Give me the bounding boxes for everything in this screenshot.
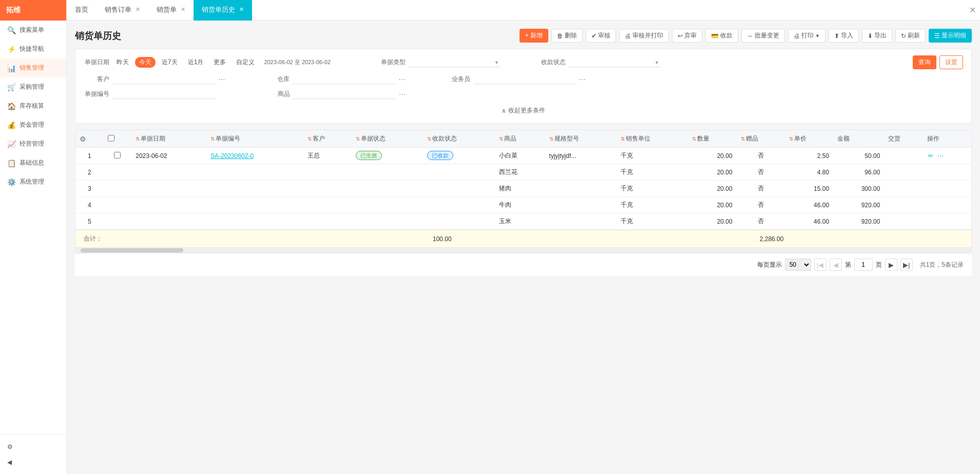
doc-no-input[interactable] <box>112 89 215 99</box>
sidebar-item-quick-nav[interactable]: ⚡ 快捷导航 <box>0 40 66 58</box>
horizontal-scrollbar[interactable] <box>75 247 971 252</box>
th-doc-date[interactable]: ⇅单据日期 <box>131 130 206 148</box>
th-customer[interactable]: ⇅客户 <box>303 130 352 148</box>
date-tab-today[interactable]: 今天 <box>135 57 156 68</box>
delete-icon: 🗑 <box>557 32 563 40</box>
more-action-btn[interactable]: ⋯ <box>936 152 945 160</box>
td-doc-no: SA-20230602-0 <box>206 148 303 164</box>
select-all-checkbox[interactable] <box>108 135 114 142</box>
date-tab-7days[interactable]: 近7天 <box>158 57 182 68</box>
collapse-btn[interactable]: ∧ 收起更多条件 <box>84 104 963 117</box>
import-button[interactable]: ⬆ 导入 <box>829 29 859 43</box>
th-payment-status[interactable]: ⇅收款状态 <box>423 130 494 148</box>
th-spec[interactable]: ⇅规格型号 <box>545 130 617 148</box>
th-qty[interactable]: ⇅数量 <box>688 130 736 148</box>
td-unit-price: 46.00 <box>785 213 833 230</box>
td-doc-date <box>131 213 206 230</box>
warehouse-filter-group: 仓库 ··· <box>264 74 405 84</box>
th-unit[interactable]: ⇅销售单位 <box>617 130 688 148</box>
row-checkbox[interactable] <box>114 152 121 159</box>
scrollbar-thumb[interactable] <box>81 248 183 252</box>
print-button[interactable]: 🖨 打印 ▼ <box>788 29 825 43</box>
sort-icon: ⇅ <box>741 136 745 142</box>
doc-type-select-wrapper <box>409 57 501 67</box>
doc-type-select[interactable] <box>409 57 501 67</box>
product-input[interactable] <box>293 89 396 99</box>
warehouse-dots[interactable]: ··· <box>398 75 405 84</box>
doc-no-link[interactable]: SA-20230602-0 <box>210 152 254 160</box>
sidebar: 拓维 🔍 搜索菜单 ⚡ 快捷导航 📊 销售管理 🛒 采购管理 🏠 库存核算 💰 … <box>0 0 67 474</box>
tab-sales-order-close[interactable]: ✕ <box>136 6 140 13</box>
collect-button[interactable]: 💳 收款 <box>705 29 738 43</box>
salesperson-dots[interactable]: ··· <box>579 75 586 84</box>
th-unit-price[interactable]: ⇅单价 <box>785 130 833 148</box>
first-page-btn[interactable]: |◀ <box>814 259 827 271</box>
tab-home[interactable]: 首页 <box>67 0 97 21</box>
tab-sales-order[interactable]: 销售订单 ✕ <box>97 0 148 21</box>
sidebar-item-finance[interactable]: 💰 资金管理 <box>0 115 66 134</box>
table-row: 4 牛肉 千克 20.00 否 46.00 920.00 <box>75 197 971 213</box>
prev-page-btn[interactable]: ◀ <box>830 259 842 271</box>
warehouse-input[interactable] <box>293 74 395 84</box>
quick-nav-icon: ⚡ <box>7 45 15 53</box>
settings-button[interactable]: 设置 <box>939 55 963 69</box>
delete-button[interactable]: 🗑 删除 <box>551 29 583 43</box>
date-filter-label: 单据日期 <box>84 58 109 67</box>
new-button[interactable]: + 新增 <box>520 29 548 43</box>
page-number-input[interactable] <box>854 259 873 271</box>
td-unit-price: 46.00 <box>785 197 833 213</box>
tab-sales-delivery[interactable]: 销货单 ✕ <box>148 0 194 21</box>
salesperson-input[interactable] <box>473 74 576 84</box>
sidebar-item-operations[interactable]: 📈 经营管理 <box>0 134 66 153</box>
customer-input[interactable] <box>112 74 215 84</box>
th-doc-status[interactable]: ⇅单据状态 <box>352 130 423 148</box>
td-unit: 千克 <box>617 148 688 164</box>
th-doc-no[interactable]: ⇅单据编号 <box>206 130 303 148</box>
sidebar-item-basic-info[interactable]: 📋 基础信息 <box>0 153 66 172</box>
export-button[interactable]: ⬇ 导出 <box>862 29 892 43</box>
sidebar-item-label: 基础信息 <box>20 159 44 167</box>
sidebar-item-inventory[interactable]: 🏠 库存核算 <box>0 96 66 115</box>
th-product[interactable]: ⇅商品 <box>495 130 545 148</box>
abandon-button[interactable]: ↩ 弃审 <box>672 29 702 43</box>
tab-sales-delivery-close[interactable]: ✕ <box>181 6 185 13</box>
td-doc-status <box>352 181 423 197</box>
filter-row-1: 单据日期 昨天 今天 近7天 近1月 更多 自定义 2023-06-02 至 2… <box>84 55 963 69</box>
table-settings-icon[interactable]: ⚙ <box>80 135 86 143</box>
batch-change-button[interactable]: ↔ 批量变更 <box>741 29 785 43</box>
page-header: 销货单历史 + 新增 🗑 删除 ✔ 审核 🖨 审核并打印 ↩ 弃审 <box>75 29 972 43</box>
tab-bar-close[interactable]: ✕ <box>969 5 980 15</box>
sidebar-settings-btn[interactable]: ⚙ <box>0 439 66 455</box>
tab-sales-history[interactable]: 销货单历史 ✕ <box>194 0 252 21</box>
sidebar-item-sys-mgmt[interactable]: ⚙️ 系统管理 <box>0 172 66 191</box>
date-tab-yesterday[interactable]: 昨天 <box>112 57 133 68</box>
import-icon: ⬆ <box>834 32 839 40</box>
sidebar-item-search-menu[interactable]: 🔍 搜索菜单 <box>0 21 66 40</box>
sidebar-collapse-btn[interactable]: ◀ <box>0 455 66 470</box>
sidebar-item-purchase[interactable]: 🛒 采购管理 <box>0 77 66 96</box>
refresh-button[interactable]: ↻ 刷新 <box>895 29 926 43</box>
payment-status-select[interactable] <box>569 57 661 67</box>
td-payment-status <box>423 181 494 197</box>
td-gift: 否 <box>737 213 785 230</box>
date-tab-custom[interactable]: 自定义 <box>232 57 259 68</box>
date-tab-more[interactable]: 更多 <box>209 57 230 68</box>
product-dots[interactable]: ··· <box>399 90 406 99</box>
tab-sales-history-close[interactable]: ✕ <box>239 6 244 13</box>
next-page-btn[interactable]: ▶ <box>885 259 897 271</box>
approve-button[interactable]: ✔ 审核 <box>586 29 616 43</box>
edit-action-btn[interactable]: ✏ <box>927 152 934 160</box>
query-button[interactable]: 查询 <box>913 55 936 69</box>
th-gift[interactable]: ⇅赠品 <box>737 130 785 148</box>
show-details-button[interactable]: ☰ 显示明细 <box>929 29 972 43</box>
sidebar-item-label: 采购管理 <box>20 83 44 91</box>
query-actions: 查询 设置 <box>913 55 963 69</box>
td-unit-price: 2.50 <box>785 148 833 164</box>
tab-sales-order-label: 销售订单 <box>105 5 131 14</box>
last-page-btn[interactable]: ▶| <box>900 259 913 271</box>
per-page-select[interactable]: 50 100 <box>785 259 811 271</box>
date-tab-1month[interactable]: 近1月 <box>184 57 208 68</box>
approve-print-button[interactable]: 🖨 审核并打印 <box>619 29 669 43</box>
customer-dots[interactable]: ··· <box>218 75 225 84</box>
sidebar-item-sales[interactable]: 📊 销售管理 <box>0 58 66 77</box>
